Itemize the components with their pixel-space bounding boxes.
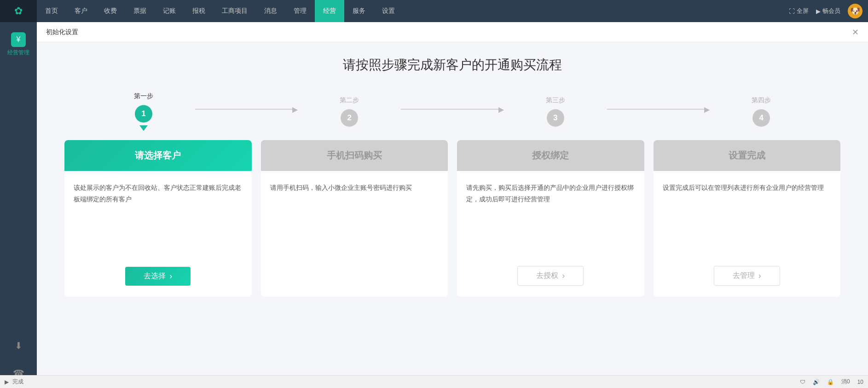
download-icon: ⬇	[11, 338, 26, 353]
message-count: 消0	[841, 378, 850, 386]
nav-item-收费[interactable]: 收费	[96, 0, 125, 22]
card-2-header: 手机扫码购买	[261, 140, 448, 171]
shield-icon: 🛡	[800, 379, 805, 385]
status-bar: ▶ 完成 🛡 🔊 🔒 消0 10	[0, 375, 868, 388]
step-4: 第四步 4	[710, 96, 813, 127]
sidebar: ¥ 经营管理 ⬇ ☎	[0, 22, 37, 388]
volume-icon: 🔊	[813, 379, 820, 385]
sidebar-item-download[interactable]: ⬇	[0, 333, 37, 360]
steps-progress: 第一步 1 ▶ 第二步 2 ▶ 第三步 3	[64, 92, 840, 131]
card-2-body: 请用手机扫码，输入小微企业主账号密码进行购买	[261, 171, 448, 278]
card-3-btn-arrow: ›	[562, 271, 565, 281]
step-1: 第一步 1	[92, 92, 195, 131]
card-1-footer: 去选择 ›	[64, 259, 252, 297]
step-4-label: 第四步	[752, 96, 771, 105]
nav-item-管理[interactable]: 管理	[285, 0, 315, 22]
arrow-1-head: ▶	[292, 105, 298, 114]
card-1-btn[interactable]: 去选择 ›	[125, 267, 191, 286]
step-2-circle: 2	[341, 109, 358, 127]
arrow-3-head: ▶	[704, 105, 710, 114]
card-1-btn-arrow: ›	[169, 271, 172, 281]
card-1-header: 请选择客户	[64, 140, 252, 171]
card-3-footer: 去授权 ›	[457, 259, 644, 297]
main-content: 初始化设置 ✕ 请按照步骤完成新客户的开通购买流程 第一步 1 ▶ 第二步 2	[37, 22, 868, 375]
setup-container: 请按照步骤完成新客户的开通购买流程 第一步 1 ▶ 第二步 2 ▶	[37, 42, 868, 311]
card-4-btn-arrow: ›	[758, 271, 761, 281]
status-bar-right: 🛡 🔊 🔒 消0 10	[800, 378, 863, 386]
step-3-label: 第三步	[546, 96, 565, 105]
setup-title: 请按照步骤完成新客户的开通购买流程	[64, 56, 840, 74]
step-2-label: 第二步	[340, 96, 359, 105]
status-text: 完成	[12, 378, 23, 386]
card-4: 设置完成 设置完成后可以在管理列表进行所有企业用户的经营管理 去管理 ›	[654, 140, 841, 297]
top-nav: ✿ 首页客户收费票据记账报税工商项目消息管理经营服务设置 ⛶ 全屏 ▶ 畅会员 …	[0, 0, 868, 22]
nav-item-报税[interactable]: 报税	[184, 0, 214, 22]
connector-3: ▶	[607, 105, 710, 118]
card-1: 请选择客户 该处展示的客户为不在回收站、客户状态正常建账后完成老板端绑定的所有客…	[64, 140, 252, 297]
card-2: 手机扫码购买 请用手机扫码，输入小微企业主账号密码进行购买	[261, 140, 448, 297]
cards-row: 请选择客户 该处展示的客户为不在回收站、客户状态正常建账后完成老板端绑定的所有客…	[64, 140, 840, 297]
page-header: 初始化设置 ✕	[37, 22, 868, 42]
card-3-body: 请先购买，购买后选择开通的产品中的企业用户进行授权绑定，成功后即可进行经营管理	[457, 171, 644, 259]
user-avatar[interactable]: 🐶	[848, 4, 862, 18]
sidebar-item-management[interactable]: ¥ 经营管理	[0, 27, 37, 62]
step-4-circle: 4	[752, 109, 770, 127]
step-1-circle: 1	[135, 105, 152, 123]
nav-item-工商项目[interactable]: 工商项目	[214, 0, 256, 22]
nav-item-首页[interactable]: 首页	[37, 0, 66, 22]
card-3: 授权绑定 请先购买，购买后选择开通的产品中的企业用户进行授权绑定，成功后即可进行…	[457, 140, 644, 297]
nav-items: 首页客户收费票据记账报税工商项目消息管理经营服务设置	[37, 0, 403, 22]
connector-1: ▶	[195, 105, 298, 118]
card-4-btn[interactable]: 去管理 ›	[714, 266, 780, 286]
close-button[interactable]: ✕	[852, 27, 859, 37]
nav-item-经营[interactable]: 经营	[315, 0, 344, 22]
card-4-footer: 去管理 ›	[654, 259, 841, 297]
top-nav-right: ⛶ 全屏 ▶ 畅会员 🐶	[789, 4, 868, 18]
card-3-header: 授权绑定	[457, 140, 644, 171]
nav-item-服务[interactable]: 服务	[344, 0, 374, 22]
page-title: 初始化设置	[46, 28, 78, 36]
notification-count: 10	[857, 379, 863, 385]
fullscreen-icon: ⛶	[789, 8, 795, 15]
play-icon: ▶	[816, 8, 821, 15]
arrow-2-head: ▶	[498, 105, 504, 114]
lock-icon: 🔒	[827, 379, 834, 385]
step-2: 第二步 2	[298, 96, 401, 127]
nav-item-客户[interactable]: 客户	[66, 0, 96, 22]
card-4-body: 设置完成后可以在管理列表进行所有企业用户的经营管理	[654, 171, 841, 259]
status-play-icon: ▶	[5, 379, 9, 385]
step-3-circle: 3	[547, 109, 564, 127]
management-icon: ¥	[11, 32, 26, 47]
step-1-arrow-down	[139, 125, 148, 131]
app-logo: ✿	[14, 5, 23, 17]
card-3-btn[interactable]: 去授权 ›	[517, 266, 584, 286]
card-4-header: 设置完成	[654, 140, 841, 171]
nav-item-票据[interactable]: 票据	[125, 0, 155, 22]
step-1-label: 第一步	[134, 92, 153, 100]
card-1-body: 该处展示的客户为不在回收站、客户状态正常建账后完成老板端绑定的所有客户	[64, 171, 252, 259]
card-2-footer	[261, 278, 448, 297]
connector-2: ▶	[401, 105, 504, 118]
step-3: 第三步 3	[504, 96, 607, 127]
nav-item-消息[interactable]: 消息	[256, 0, 285, 22]
nav-item-记账[interactable]: 记账	[155, 0, 184, 22]
fullscreen-btn[interactable]: ⛶ 全屏	[789, 7, 809, 15]
nav-item-设置[interactable]: 设置	[374, 0, 403, 22]
member-btn[interactable]: ▶ 畅会员	[816, 7, 840, 15]
